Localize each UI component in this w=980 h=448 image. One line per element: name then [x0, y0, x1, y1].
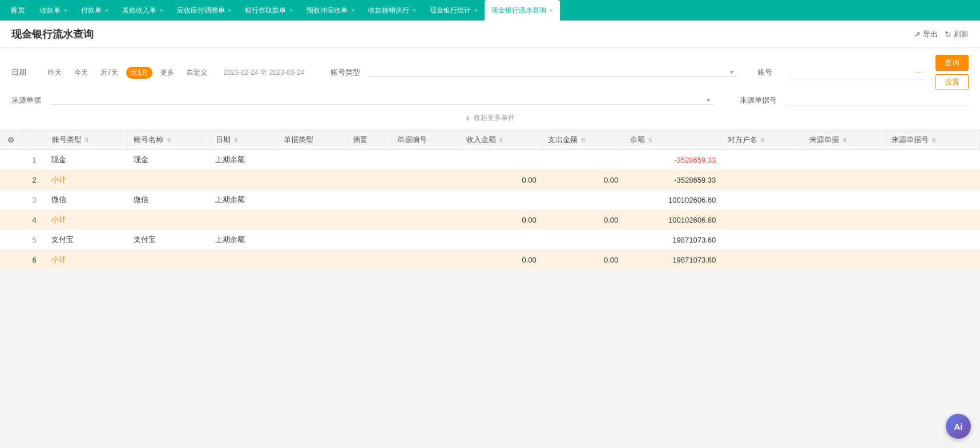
source-doc-no-input[interactable] [786, 95, 969, 106]
cell-summary [346, 170, 391, 190]
cell-doc-type [277, 170, 346, 190]
table-body: 1现金现金上期余额-3528659.332小计0.000.00-3528659.… [0, 150, 980, 270]
source-doc-dropdown-icon: ▼ [705, 97, 711, 103]
cell-expense [542, 230, 624, 250]
cell-account-name [128, 170, 210, 190]
table-row: 6小计0.000.0019871073.60 [0, 250, 980, 270]
table-row: 3微信微信上期余额100102606.60 [0, 190, 980, 210]
column-source_doc_no[interactable]: 来源单据号 ⇅ [885, 130, 979, 150]
cell-income: 0.00 [460, 250, 542, 270]
cell-doc-no [391, 150, 460, 170]
account-type-select[interactable]: ▼ [369, 68, 737, 77]
settings-button[interactable]: 设置 [935, 74, 969, 90]
cell-expense: 0.00 [542, 170, 624, 190]
nav-tab-tab-prepay[interactable]: 预收冲应收单× [300, 0, 361, 21]
date-option-last7days[interactable]: 近7天 [96, 67, 123, 79]
source-doc-select[interactable]: ▼ [50, 96, 713, 105]
collapse-up-icon: ∧ [465, 114, 470, 122]
collapse-label: 收起更多条件 [474, 113, 515, 123]
cell-source-doc-no [885, 250, 979, 270]
export-icon: ↗ [914, 30, 921, 39]
row-action-cell [0, 150, 23, 170]
cell-account-type: 现金 [46, 150, 128, 170]
table-head: ⚙账号类型 ⇅账号名称 ⇅日期 ⇅单据类型摘要单据编号收入金额 ⇅支出金额 ⇅余… [0, 130, 980, 150]
page-header: 现金银行流水查询 ↗ 导出 ↻ 刷新 [0, 21, 980, 48]
date-option-custom[interactable]: 自定义 [182, 67, 212, 79]
cell-balance: -3528659.33 [624, 170, 721, 190]
nav-tab-tab-payment[interactable]: 付款单× [74, 0, 115, 21]
cell-account-name: 现金 [128, 150, 210, 170]
date-option-more[interactable]: 更多 [156, 67, 179, 79]
column-source_doc[interactable]: 来源单据 ⇅ [804, 130, 886, 150]
cell-source-doc [804, 250, 886, 270]
cell-account-name: 微信 [128, 190, 210, 210]
column-settings[interactable]: ⚙ [0, 130, 23, 150]
cell-account-type: 小计 [46, 210, 128, 230]
account-no-wrap: ··· [789, 66, 926, 79]
row-number: 4 [23, 210, 46, 230]
column-account_type[interactable]: 账号类型 ⇅ [46, 130, 128, 150]
cell-balance: 100102606.60 [624, 210, 721, 230]
cell-date: 上期余额 [209, 230, 277, 250]
cell-source-doc-no [885, 150, 979, 170]
query-button[interactable]: 查询 [935, 55, 969, 71]
nav-home[interactable]: 首页 [2, 5, 33, 15]
collapse-bar[interactable]: ∧ 收起更多条件 [11, 111, 969, 123]
cell-income [460, 150, 542, 170]
nav-tab-tab-cash-stat[interactable]: 现金银行统计× [423, 0, 485, 21]
column-counterparty[interactable]: 对方户名 ⇅ [721, 130, 804, 150]
cell-income: 0.00 [460, 170, 542, 190]
refresh-icon: ↻ [945, 30, 951, 39]
date-option-last1month[interactable]: 近1月 [126, 67, 153, 79]
cell-source-doc [804, 230, 886, 250]
table-row: 2小计0.000.00-3528659.33 [0, 170, 980, 190]
cell-expense [542, 150, 624, 170]
cell-source-doc [804, 150, 886, 170]
cell-income [460, 230, 542, 250]
cell-date: 上期余额 [209, 190, 277, 210]
nav-tab-tab-other-income[interactable]: 其他收入单× [115, 0, 170, 21]
date-label: 日期 [11, 67, 34, 78]
table-row: 4小计0.000.00100102606.60 [0, 210, 980, 230]
column-expense[interactable]: 支出金额 ⇅ [542, 130, 624, 150]
date-option-yesterday[interactable]: 昨天 [43, 67, 66, 79]
column-summary: 摘要 [346, 130, 391, 150]
cell-date [209, 170, 277, 190]
cell-counterparty [721, 230, 804, 250]
cell-account-name: 支付宝 [128, 230, 210, 250]
cell-income: 0.00 [460, 210, 542, 230]
cell-income [460, 190, 542, 210]
row-number: 1 [23, 150, 46, 170]
account-type-label: 账号类型 [330, 67, 360, 78]
column-income[interactable]: 收入金额 ⇅ [460, 130, 542, 150]
date-options: 昨天今天近7天近1月更多自定义 [43, 67, 212, 79]
account-no-dots-button[interactable]: ··· [915, 67, 924, 78]
cell-date: 上期余额 [209, 150, 277, 170]
column-doc_no: 单据编号 [391, 130, 460, 150]
nav-tab-tab-bank-deposit[interactable]: 银行存取款单× [238, 0, 300, 21]
nav-tab-tab-receipt[interactable]: 收款单× [33, 0, 74, 21]
cell-counterparty [721, 170, 804, 190]
column-doc_type: 单据类型 [277, 130, 346, 150]
cell-expense: 0.00 [542, 210, 624, 230]
column-balance[interactable]: 余额 ⇅ [624, 130, 721, 150]
top-nav: 首页 收款单×付款单×其他收入单×应收应付调整单×银行存取款单×预收冲应收单×收… [0, 0, 980, 21]
cell-summary [346, 150, 391, 170]
date-option-today[interactable]: 今天 [70, 67, 92, 79]
nav-tab-tab-collect-exec[interactable]: 收款核销执行× [361, 0, 423, 21]
column-date[interactable]: 日期 ⇅ [209, 130, 277, 150]
export-button[interactable]: ↗ 导出 [914, 29, 938, 39]
nav-tab-tab-cash-flow[interactable]: 现金银行流水查询× [485, 0, 560, 21]
nav-tab-tab-ar-adjust[interactable]: 应收应付调整单× [170, 0, 239, 21]
cell-account-name [128, 210, 210, 230]
refresh-button[interactable]: ↻ 刷新 [945, 29, 969, 39]
cell-source-doc [804, 190, 886, 210]
column-account_name[interactable]: 账号名称 ⇅ [128, 130, 210, 150]
date-range: 2023-02-24 至 2023-03-24 [223, 68, 304, 78]
filter-actions: 查询 设置 [935, 55, 969, 90]
cell-balance: 19871073.60 [624, 230, 721, 250]
cell-counterparty [721, 190, 804, 210]
cell-date [209, 210, 277, 230]
cell-balance: -3528659.33 [624, 150, 721, 170]
column-settings-icon[interactable]: ⚙ [7, 135, 15, 144]
